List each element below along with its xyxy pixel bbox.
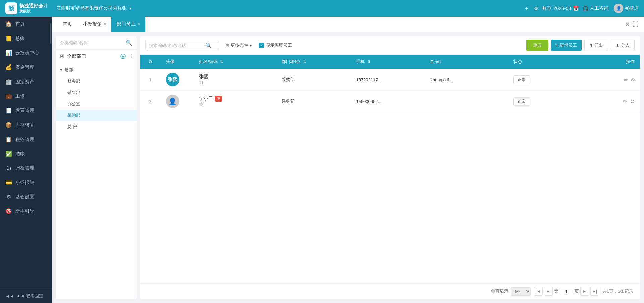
col-status-label: 状态 bbox=[513, 59, 522, 64]
row1-edit-button[interactable]: ✏ bbox=[624, 77, 628, 83]
unpin-icon: ◄◄ bbox=[5, 294, 14, 299]
next-page-button[interactable]: ► bbox=[580, 287, 589, 296]
unpin-label: ◄◄ 取消固定 bbox=[16, 293, 43, 299]
sort-name-icon[interactable]: ⇅ bbox=[220, 60, 223, 64]
col-phone[interactable]: 手机 ⇅ bbox=[351, 55, 425, 69]
invite-button[interactable]: 邀请 bbox=[526, 40, 548, 51]
page-input[interactable] bbox=[560, 288, 573, 295]
tab-expense[interactable]: 小畅报销 × bbox=[77, 17, 111, 32]
dept-item-label-sales: 销售部 bbox=[67, 90, 80, 96]
dept-tree-item-general[interactable]: 总 部 bbox=[56, 121, 137, 133]
last-page-button[interactable]: ►| bbox=[590, 287, 599, 296]
dept-collapse-button[interactable]: 《 bbox=[128, 53, 132, 59]
tax-icon: 📋 bbox=[5, 136, 12, 143]
col-status: 状态 bbox=[508, 55, 590, 69]
settings-icon[interactable]: ⚙ bbox=[534, 5, 538, 12]
table-settings-icon[interactable]: ⚙ bbox=[148, 59, 152, 64]
row2-edit-button[interactable]: ✏ bbox=[623, 98, 627, 105]
sidebar-item-salary[interactable]: 💼 工资 bbox=[0, 89, 52, 103]
dept-search-input[interactable] bbox=[60, 40, 123, 45]
dept-tree-item-finance[interactable]: 财务部 bbox=[56, 75, 137, 87]
first-page-button[interactable]: |◄ bbox=[534, 287, 543, 296]
sidebar-item-ledger[interactable]: 📒 总账 bbox=[0, 31, 52, 46]
dept-item-label-finance: 财务部 bbox=[67, 78, 80, 84]
checkout-icon: ✅ bbox=[5, 151, 12, 157]
employee-search-box[interactable]: 🔍 bbox=[145, 41, 219, 50]
support-link[interactable]: 🎧 人工咨询 bbox=[583, 5, 608, 11]
sidebar-item-settings[interactable]: ⚙ 基础设置 bbox=[0, 190, 52, 204]
row2-num: 2 bbox=[140, 91, 161, 112]
dept-tree-item-office[interactable]: 办公室 bbox=[56, 98, 137, 110]
sidebar-item-archive[interactable]: 🗂 归档管理 bbox=[0, 161, 52, 175]
sidebar-item-invoice[interactable]: 🧾 发票管理 bbox=[0, 103, 52, 118]
dept-tree-item-purchase[interactable]: 采购部 bbox=[56, 110, 137, 121]
sidebar-item-funds[interactable]: 💰 资金管理 bbox=[0, 60, 52, 74]
pagination: 每页显示 10 20 50 100 |◄ ◄ 第 bbox=[140, 283, 640, 299]
sidebar-item-home[interactable]: 🏠 首页 bbox=[0, 17, 52, 31]
col-name-code[interactable]: 姓名/编码 ⇅ bbox=[194, 55, 276, 69]
tab-department-close[interactable]: × bbox=[138, 22, 140, 27]
col-dept[interactable]: 部门/职位 ⇅ bbox=[276, 55, 351, 69]
row1-delete-button[interactable]: ⎋ bbox=[631, 77, 635, 83]
dept-edit-button[interactable] bbox=[120, 54, 126, 59]
user-menu[interactable]: 👤 畅捷通 bbox=[614, 4, 639, 13]
row2-refresh-button[interactable]: ↺ bbox=[630, 98, 635, 105]
close-window-icon[interactable]: ✕ bbox=[625, 21, 630, 28]
company-dropdown-icon[interactable]: ▾ bbox=[129, 6, 131, 11]
sort-phone-icon[interactable]: ⇅ bbox=[367, 60, 370, 64]
sidebar-item-assets[interactable]: 🏢 固定资产 bbox=[0, 74, 52, 89]
topbar: 畅 畅捷通好会计 旗舰版 江西服宝精品有限责任公司内账张 ▾ ＋ ⚙ 账期 20… bbox=[0, 0, 644, 17]
import-button[interactable]: ⬇ 导入 bbox=[611, 40, 635, 51]
sidebar-item-inventory[interactable]: 📦 库存核算 bbox=[0, 118, 52, 132]
app-name: 畅捷通好会计 bbox=[19, 3, 48, 9]
unpin-button[interactable]: ◄◄ ◄◄ 取消固定 bbox=[0, 289, 52, 303]
row2-name: 宁小亖 bbox=[199, 96, 213, 102]
row1-num: 1 bbox=[140, 69, 161, 91]
assets-icon: 🏢 bbox=[5, 79, 12, 85]
per-page-select[interactable]: 10 20 50 100 bbox=[511, 287, 531, 296]
sidebar-item-checkout[interactable]: ✅ 结账 bbox=[0, 147, 52, 161]
avatar: 👤 bbox=[614, 4, 623, 13]
row1-action-buttons: ✏ ⎋ bbox=[596, 77, 635, 83]
add-button[interactable]: ＋ bbox=[524, 4, 530, 12]
show-resigned-toggle[interactable]: ✓ 显示离职员工 bbox=[259, 42, 292, 48]
import-label: 导入 bbox=[621, 42, 630, 48]
tab-department-label: 部门员工 bbox=[117, 21, 136, 27]
sidebar-item-tax[interactable]: 📋 税务管理 bbox=[0, 132, 52, 147]
tab-expense-close[interactable]: × bbox=[104, 22, 106, 27]
dept-tree-item-root[interactable]: ▾ 总部 bbox=[56, 64, 137, 75]
company-name: 江西服宝精品有限责任公司内账张 bbox=[56, 5, 127, 11]
calendar-icon[interactable]: 📅 bbox=[573, 6, 579, 11]
tab-expense-label: 小畅报销 bbox=[83, 21, 102, 27]
sidebar-label-ledger: 总账 bbox=[15, 36, 25, 42]
sidebar-scrollbar[interactable] bbox=[50, 23, 51, 44]
tab-home-label: 首页 bbox=[63, 21, 72, 27]
col-name-code-label: 姓名/编码 bbox=[199, 59, 218, 64]
sort-dept-icon[interactable]: ⇅ bbox=[303, 60, 306, 64]
tab-department[interactable]: 部门员工 × bbox=[111, 17, 145, 32]
app-sub: 旗舰版 bbox=[19, 9, 48, 14]
dept-search-icon[interactable]: 🔍 bbox=[126, 40, 132, 46]
sidebar-item-reports[interactable]: 📊 云报表中心 bbox=[0, 46, 52, 60]
tab-home[interactable]: 首页 bbox=[57, 17, 77, 32]
row2-action-buttons: ✏ ↺ bbox=[596, 98, 635, 105]
prev-page-button[interactable]: ◄ bbox=[544, 287, 553, 296]
add-employee-button[interactable]: + 新增员工 bbox=[551, 40, 582, 51]
dept-tree-item-sales[interactable]: 销售部 bbox=[56, 87, 137, 98]
show-resigned-label: 显示离职员工 bbox=[266, 42, 292, 48]
dept-item-label-root: 总部 bbox=[64, 67, 73, 73]
fullscreen-icon[interactable]: ⛶ bbox=[633, 21, 639, 28]
search-icon[interactable]: 🔍 bbox=[205, 42, 212, 49]
ledger-icon: 📒 bbox=[5, 35, 12, 42]
sidebar-item-guide[interactable]: 🎯 新手引导 bbox=[0, 204, 52, 218]
export-button[interactable]: ⬆ 导出 bbox=[584, 40, 608, 51]
row2-actions: ✏ ↺ bbox=[590, 91, 640, 112]
grid-icon: ⊞ bbox=[60, 53, 64, 59]
col-settings[interactable]: ⚙ bbox=[140, 55, 161, 69]
sidebar-item-expense[interactable]: 💳 小畅报销 bbox=[0, 175, 52, 190]
employee-search-input[interactable] bbox=[149, 43, 203, 48]
company-selector[interactable]: 江西服宝精品有限责任公司内账张 ▾ bbox=[56, 5, 520, 11]
sidebar-label-salary: 工资 bbox=[15, 93, 25, 99]
more-filters-button[interactable]: ⊟ 更多条件 ▾ bbox=[222, 41, 255, 50]
period-selector[interactable]: 账期 2023-03 📅 bbox=[542, 5, 579, 11]
